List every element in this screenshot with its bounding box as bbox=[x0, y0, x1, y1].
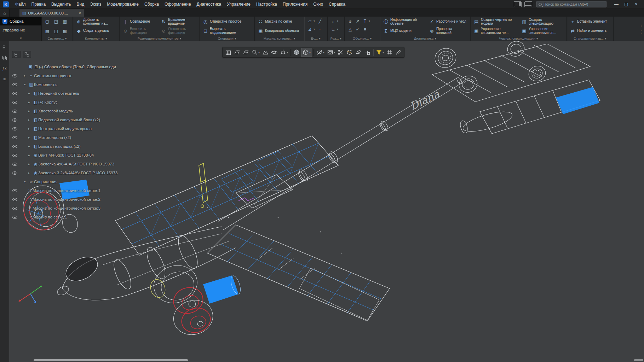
group-label-drawing[interactable]: Чертеж, спецификация▾ bbox=[471, 36, 567, 41]
expander-icon[interactable]: ▾ bbox=[24, 83, 28, 86]
visibility-eye-icon[interactable] bbox=[12, 188, 18, 193]
main-menu-icon[interactable]: ≡ bbox=[1, 76, 8, 83]
group-label-system[interactable]: Системн...▾ bbox=[42, 36, 73, 41]
group-label-components[interactable]: Компоненты▾ bbox=[73, 36, 119, 41]
menu-settings[interactable]: Настройка bbox=[253, 1, 280, 8]
new-document-icon[interactable]: ▢ bbox=[44, 18, 51, 25]
search-input[interactable] bbox=[544, 2, 604, 6]
tree-item-mates[interactable]: ▾ ∞ Сопряжения bbox=[10, 177, 162, 186]
tree-item-components[interactable]: ▾ ▦ Компоненты bbox=[10, 80, 162, 89]
group-label-diagnostics[interactable]: Диагностика▾ bbox=[380, 36, 470, 41]
close-button[interactable]: × bbox=[631, 0, 641, 9]
menu-modeling[interactable]: Моделирование bbox=[104, 1, 142, 8]
expander-icon[interactable]: ▸ bbox=[28, 109, 33, 113]
visibility-eye-icon[interactable] bbox=[12, 99, 18, 105]
add-component-button[interactable]: ⊕ Добавить компонент из... bbox=[75, 17, 118, 26]
collapse-ribbon-icon[interactable]: « bbox=[0, 34, 41, 41]
expander-icon[interactable]: ▸ bbox=[28, 153, 33, 157]
fix-off-button[interactable]: ⊘ Отключить фиксацию bbox=[160, 27, 200, 35]
menu-select[interactable]: Выделить bbox=[48, 1, 74, 8]
section-box-icon[interactable] bbox=[345, 48, 354, 57]
menu-sketch[interactable]: Эскиз bbox=[87, 1, 104, 8]
insert-element-button[interactable]: + Вставить элемент bbox=[569, 17, 608, 26]
aux-point-icon[interactable]: ⊿ bbox=[306, 25, 314, 33]
expander-icon[interactable]: ▸ bbox=[28, 100, 33, 104]
annotation-pen-icon[interactable] bbox=[394, 48, 403, 57]
object-info-button[interactable]: ⓘ Информация об объекте bbox=[382, 17, 427, 26]
visibility-eye-icon[interactable] bbox=[12, 90, 18, 96]
visibility-eye-icon[interactable] bbox=[12, 73, 18, 78]
save-document-icon[interactable]: ▦ bbox=[61, 18, 69, 25]
create-part-button[interactable]: ◆ Создать деталь bbox=[75, 27, 118, 35]
tree-item-capsule-block[interactable]: ▸ ◧ Подвесной капсульный блок (х2) bbox=[10, 115, 162, 124]
maximize-button[interactable]: ▢ bbox=[621, 0, 631, 9]
tree-item-center-wing-module[interactable]: ▸ ◧ Центральный модуль крыла bbox=[10, 124, 162, 133]
clip-section-icon[interactable] bbox=[337, 48, 345, 57]
document-tab[interactable]: ▤ ОКБ.А-650.00.00.00.... × bbox=[19, 9, 84, 17]
menu-window[interactable]: Окно bbox=[310, 1, 326, 8]
cut-extrude-button[interactable]: ⊟ Вырезать выдавливанием bbox=[201, 27, 253, 35]
tree-composition-button[interactable] bbox=[23, 51, 31, 58]
visibility-eye-icon[interactable] bbox=[12, 108, 18, 113]
tree-item-rivet-3-2x8[interactable]: ▸ ◉ Заклепка 3.2х8-AIA/St ГОСТ Р ИСО 159… bbox=[10, 168, 162, 177]
tree-item-grid-array-1[interactable]: ∷ Массив по сетке:1 bbox=[10, 212, 162, 221]
base-designation-icon[interactable]: △ bbox=[346, 25, 354, 33]
zoom-icon[interactable]: ▾ bbox=[251, 48, 261, 57]
visibility-eye-icon[interactable] bbox=[12, 152, 18, 158]
tree-item-screw[interactable]: ▸ ◉ Винт М4-6gх8 ГОСТ 11738-84 bbox=[10, 151, 162, 159]
expander-icon[interactable]: ▸ bbox=[28, 118, 33, 122]
menu-applications[interactable]: Приложения bbox=[280, 1, 310, 8]
angle-dimension-icon[interactable]: ∟ bbox=[329, 25, 337, 33]
menu-assembly[interactable]: Сборка bbox=[142, 1, 162, 8]
group-label-array[interactable]: Массив, копиров...▾ bbox=[255, 36, 304, 41]
orbit-icon[interactable] bbox=[270, 48, 278, 57]
selected-sketch[interactable] bbox=[199, 163, 208, 208]
expander-icon[interactable]: ▸ bbox=[28, 136, 33, 139]
check-designation-icon[interactable]: ✓ bbox=[354, 25, 361, 33]
grid-display-icon[interactable] bbox=[385, 48, 394, 57]
home-tab-icon[interactable]: ⌂ bbox=[0, 9, 10, 17]
group-label-operations[interactable]: Операции▾ bbox=[200, 36, 254, 41]
menu-help[interactable]: Справка bbox=[326, 1, 348, 8]
visibility-eye-icon[interactable] bbox=[12, 197, 18, 202]
expander-icon[interactable]: ▸ bbox=[28, 127, 33, 130]
bookmarks-panel-icon[interactable] bbox=[1, 54, 8, 62]
print-icon[interactable]: ▤ bbox=[44, 28, 51, 35]
roughness-designation-icon[interactable]: ≡ bbox=[361, 25, 369, 33]
group-label-placement[interactable]: Размещение компонентов▾ bbox=[120, 36, 199, 41]
copy-objects-button[interactable]: ▣ Копировать объекты bbox=[257, 27, 301, 35]
group-label-standard[interactable]: Стандартные изд...▾ bbox=[567, 36, 613, 41]
visibility-eye-icon[interactable] bbox=[12, 126, 18, 131]
mate-rotation-button[interactable]: ↻ Вращение-вращение bbox=[160, 17, 200, 26]
create-drawing-button[interactable]: ▤ Создать чертеж по модели bbox=[472, 17, 519, 26]
menu-diagnostics[interactable]: Диагностика bbox=[194, 1, 224, 8]
ghost-display-icon[interactable]: ▾ bbox=[326, 48, 336, 57]
tree-item-concentric-array-2[interactable]: ∷ Массив по концентрической сетке:2 bbox=[10, 195, 162, 204]
group-label-auxiliary[interactable]: Вс...▾ bbox=[304, 36, 327, 41]
tree-item-front-fairing[interactable]: ▸ ◧ Передний обтекатель bbox=[10, 89, 162, 98]
group-label-dimensions[interactable]: Раз...▾ bbox=[328, 36, 344, 41]
linked-drawings-button[interactable]: ▣ Управление связанными че... bbox=[472, 27, 519, 35]
shaded-display-icon[interactable] bbox=[292, 48, 301, 57]
menu-layout[interactable]: Оформление bbox=[162, 1, 194, 8]
tree-item-side-plate[interactable]: ▸ ◧ Боковая накладка (х2) bbox=[10, 142, 162, 151]
tree-item-tail-module[interactable]: ▸ ◧ Хвостовой модуль bbox=[10, 106, 162, 115]
aux-spiral-icon[interactable]: ∙ bbox=[316, 25, 324, 33]
menu-view[interactable]: Вид bbox=[74, 1, 87, 8]
visibility-eye-icon[interactable] bbox=[12, 135, 18, 140]
mate-coincident-button[interactable]: ∥ Совпадение bbox=[121, 17, 159, 26]
diameter-designation-icon[interactable]: ⌀ bbox=[346, 17, 354, 25]
ribbon-overflow-icon[interactable]: ⋮⋮ bbox=[638, 17, 644, 41]
visibility-eye-icon[interactable] bbox=[12, 170, 18, 175]
save-all-icon[interactable]: ▩ bbox=[61, 28, 69, 35]
tree-item-rivet-4x8[interactable]: ▸ ◉ Заклепка 4х8-AIA/St ГОСТ Р ИСО 15973 bbox=[10, 159, 162, 168]
visibility-eye-icon[interactable] bbox=[12, 144, 18, 149]
visibility-eye-icon[interactable] bbox=[12, 117, 18, 122]
grid-array-button[interactable]: ∷ Массив по сетке bbox=[257, 17, 301, 26]
filter-icon[interactable]: ▾ bbox=[375, 48, 385, 57]
expander-icon[interactable]: ▸ bbox=[24, 74, 28, 77]
tab-close-icon[interactable]: × bbox=[79, 11, 81, 15]
tree-item-concentric-array-1[interactable]: ∷ Массив по концентрической сетке:1 bbox=[10, 186, 162, 195]
tree-item-root[interactable]: ▣ ⊞ (-) Сборка общая (Тел-0, Сборочных е… bbox=[10, 62, 162, 71]
mode-tab-management[interactable]: Управление bbox=[0, 25, 41, 34]
